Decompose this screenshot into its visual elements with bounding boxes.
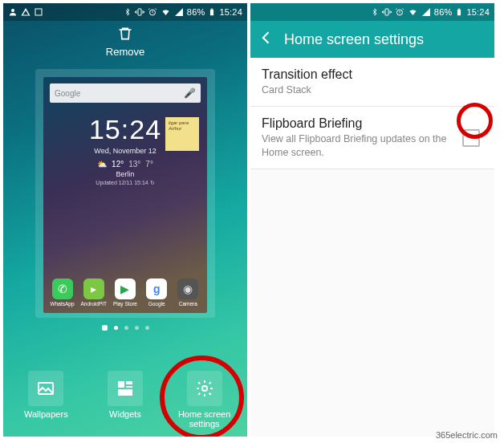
app-dock: ✆WhatsApp ▸AndroidPIT ▶Play Store gGoogl…: [43, 278, 207, 307]
mic-icon: 🎤: [184, 87, 196, 99]
search-placeholder: Google: [55, 89, 80, 98]
page-indicator[interactable]: [3, 326, 247, 331]
battery-pct: 86%: [434, 7, 453, 17]
signal-icon: [421, 7, 431, 17]
page-dot-3[interactable]: [135, 326, 139, 330]
title-bar: Home screen settings: [250, 21, 494, 58]
status-bar: 86% 15:24: [3, 3, 247, 21]
annotation-circle-left: [160, 356, 244, 437]
app-playstore[interactable]: ▶Play Store: [111, 278, 140, 307]
home-editor-screen: 86% 15:24 Remove Google 🎤 ligar para Art…: [3, 3, 247, 437]
alarm-icon: [148, 7, 157, 17]
home-screen-settings-screen: 86% 15:24 Home screen settings Transitio…: [250, 3, 494, 437]
setting-title: Flipboard Briefing: [262, 116, 483, 131]
weather-temp: 12°: [112, 160, 124, 169]
bluetooth-icon: [371, 7, 379, 17]
svg-rect-14: [457, 10, 461, 16]
back-button[interactable]: [258, 30, 274, 50]
battery-pct: 86%: [187, 7, 205, 17]
widgets-button[interactable]: Widgets: [89, 371, 161, 429]
svg-rect-10: [118, 389, 132, 396]
wallpapers-label: Wallpapers: [24, 409, 68, 419]
vibrate-icon: [382, 7, 392, 17]
image-icon: [28, 371, 63, 406]
grid-icon: [108, 371, 143, 406]
app-camera[interactable]: ◉Camera: [173, 278, 202, 307]
vibrate-icon: [135, 7, 144, 17]
app-whatsapp[interactable]: ✆WhatsApp: [48, 278, 77, 307]
weather-row: ⛅ 12° 13° 7°: [50, 160, 201, 169]
preview-inner: Google 🎤 ligar para Arthur 15:24 Wed, No…: [43, 77, 207, 313]
trash-icon: [117, 26, 133, 44]
svg-rect-12: [385, 9, 388, 15]
person-notif-icon: [8, 7, 18, 17]
clock-date: Wed, November 12: [50, 147, 201, 155]
svg-rect-1: [35, 9, 42, 15]
status-bar: 86% 15:24: [250, 3, 494, 21]
screenshot-notif-icon: [34, 7, 43, 17]
wifi-icon: [161, 7, 171, 17]
svg-rect-4: [210, 10, 213, 16]
svg-rect-9: [126, 386, 132, 388]
page-dot-home[interactable]: [102, 325, 108, 331]
sticky-note-widget[interactable]: ligar para Arthur: [165, 117, 199, 151]
home-page-preview[interactable]: Google 🎤 ligar para Arthur 15:24 Wed, No…: [35, 69, 215, 318]
svg-rect-7: [118, 381, 124, 388]
app-google[interactable]: gGoogle: [142, 278, 171, 307]
alarm-icon: [395, 7, 404, 17]
svg-point-0: [11, 9, 14, 12]
page-dot-1[interactable]: [114, 326, 118, 330]
annotation-circle-right: [457, 103, 493, 139]
svg-rect-5: [212, 8, 213, 9]
svg-rect-8: [126, 381, 132, 384]
status-time: 15:24: [466, 7, 490, 17]
wifi-icon: [408, 7, 418, 17]
remove-button[interactable]: Remove: [3, 26, 247, 58]
weather-lo: 7°: [145, 160, 153, 169]
status-time: 15:24: [219, 7, 242, 17]
battery-icon: [208, 7, 216, 17]
setting-title: Transition effect: [262, 67, 483, 82]
page-title: Home screen settings: [284, 31, 424, 48]
setting-sub: Card Stack: [262, 83, 483, 96]
app-androidpit[interactable]: ▸AndroidPIT: [79, 278, 108, 307]
wallpapers-button[interactable]: Wallpapers: [10, 371, 82, 429]
weather-city: Berlin: [50, 170, 201, 178]
svg-rect-15: [459, 8, 461, 9]
page-dot-2[interactable]: [124, 326, 128, 330]
remove-label: Remove: [106, 46, 144, 58]
bluetooth-icon: [124, 7, 132, 17]
setting-transition-effect[interactable]: Transition effect Card Stack: [250, 58, 494, 107]
weather-updated: Updated 12/11 15:14 ↻: [50, 180, 201, 186]
svg-rect-2: [138, 9, 141, 15]
battery-icon: [455, 7, 463, 17]
page-dot-4[interactable]: [145, 326, 149, 330]
setting-sub: View all Flipboard Briefing updates on t…: [262, 132, 483, 159]
signal-icon: [174, 7, 184, 17]
cloud-icon: ⛅: [97, 160, 107, 169]
weather-hi: 13°: [128, 160, 140, 169]
widgets-label: Widgets: [109, 409, 141, 419]
sticky-text: ligar para Arthur: [169, 120, 189, 131]
warning-notif-icon: [21, 7, 30, 17]
google-search-widget[interactable]: Google 🎤: [50, 83, 201, 103]
attribution-text: 365electric.com: [436, 430, 498, 440]
